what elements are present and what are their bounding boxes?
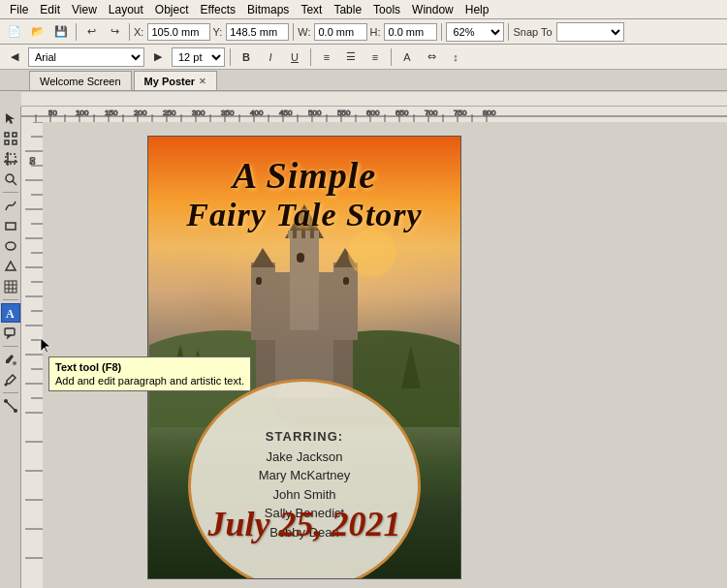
new-button[interactable]: 📄	[4, 21, 25, 43]
freehand-tool-btn[interactable]	[1, 196, 20, 215]
line-spacing-btn[interactable]: ↕	[445, 46, 466, 68]
bold-button[interactable]: B	[236, 46, 257, 68]
tab-poster-close[interactable]: ✕	[199, 77, 206, 86]
undo-button[interactable]: ↩	[80, 21, 102, 43]
starring-label: STARRING:	[266, 429, 343, 444]
svg-rect-4	[5, 140, 9, 144]
menu-file[interactable]: File	[4, 1, 34, 18]
toolbar2: ◀ Arial ▶ 12 pt B I U ≡ ☰ ≡ A ⇔ ↕	[0, 45, 727, 70]
tab-welcome-label: Welcome Screen	[40, 76, 121, 87]
sep5	[508, 23, 509, 41]
canvas-area[interactable]: 50 100 150 200 250 300 350 400 450 500 5…	[21, 107, 727, 588]
menu-bitmaps[interactable]: Bitmaps	[241, 1, 295, 18]
tab-bar: Welcome Screen My Poster ✕	[0, 70, 727, 91]
svg-rect-2	[5, 133, 9, 137]
select-tool-btn[interactable]	[1, 108, 20, 128]
sep1	[76, 23, 77, 41]
snap-to-select[interactable]	[556, 22, 624, 42]
svg-point-9	[6, 174, 14, 182]
italic-button[interactable]: I	[260, 46, 281, 68]
align-left-btn[interactable]: ≡	[316, 46, 337, 68]
svg-rect-3	[13, 133, 16, 137]
svg-text:500: 500	[308, 108, 322, 117]
svg-line-23	[6, 401, 16, 411]
svg-point-24	[4, 399, 8, 403]
menu-object[interactable]: Object	[149, 1, 195, 18]
menu-bar: File Edit View Layout Object Effects Bit…	[0, 0, 727, 19]
menu-view[interactable]: View	[66, 1, 103, 18]
sep7	[310, 48, 311, 66]
tab-my-poster[interactable]: My Poster ✕	[134, 71, 218, 90]
rectangle-tool-btn[interactable]	[1, 216, 20, 235]
svg-point-22	[4, 384, 7, 387]
svg-text:100: 100	[76, 108, 89, 117]
poster-wrapper[interactable]: A Simple Fairy Tale Story STARRING: Jake…	[147, 136, 461, 579]
h-input[interactable]	[384, 23, 437, 41]
ellipse-tool-btn[interactable]	[1, 236, 20, 256]
menu-table[interactable]: Table	[328, 1, 367, 18]
cast-member-3: John Smith	[272, 485, 335, 505]
oval-bg: STARRING: Jake Jackson Mary McKartney Jo…	[188, 379, 421, 579]
menu-effects[interactable]: Effects	[195, 1, 241, 18]
font-next-btn[interactable]: ▶	[147, 46, 169, 68]
underline-button[interactable]: U	[284, 46, 305, 68]
redo-button[interactable]: ↪	[104, 21, 125, 43]
node-tool-btn[interactable]	[1, 129, 20, 148]
svg-point-12	[6, 242, 16, 250]
open-button[interactable]: 📂	[27, 21, 48, 43]
svg-text:50: 50	[48, 108, 57, 117]
tab-welcome-screen[interactable]: Welcome Screen	[29, 71, 132, 90]
align-right-btn[interactable]: ≡	[364, 46, 386, 68]
y-input[interactable]	[226, 23, 289, 41]
svg-text:750: 750	[454, 108, 467, 117]
svg-rect-11	[6, 223, 16, 230]
svg-text:650: 650	[395, 108, 409, 117]
sep6	[230, 48, 231, 66]
save-button[interactable]: 💾	[50, 21, 72, 43]
w-input[interactable]	[314, 23, 367, 41]
zoom-select[interactable]: 62%	[446, 22, 504, 42]
polygon-tool-btn[interactable]	[1, 257, 20, 276]
menu-window[interactable]: Window	[406, 1, 459, 18]
svg-rect-111	[251, 263, 275, 340]
sep4	[441, 23, 442, 41]
ruler-v-svg: 50 100	[21, 122, 43, 588]
eyedropper-tool-btn[interactable]	[1, 370, 20, 389]
font-family-select[interactable]: Arial	[28, 47, 144, 67]
font-size-select[interactable]: 12 pt	[172, 47, 225, 67]
cast-member-2: Mary McKartney	[259, 466, 351, 485]
menu-layout[interactable]: Layout	[103, 1, 149, 18]
svg-text:50: 50	[29, 157, 36, 165]
svg-rect-20	[5, 328, 15, 335]
svg-marker-13	[6, 262, 16, 270]
svg-text:200: 200	[134, 108, 147, 117]
callout-tool-btn[interactable]	[1, 324, 20, 343]
align-center-btn[interactable]: ☰	[340, 46, 362, 68]
svg-text:300: 300	[192, 108, 205, 117]
font-prev-btn[interactable]: ◀	[4, 46, 25, 68]
menu-help[interactable]: Help	[459, 1, 495, 18]
svg-rect-76	[21, 122, 43, 588]
zoom-tool-btn[interactable]	[1, 170, 20, 189]
svg-text:A: A	[6, 307, 15, 320]
svg-text:550: 550	[337, 108, 351, 117]
text-tool-btn[interactable]: A	[1, 303, 20, 323]
svg-rect-14	[5, 281, 16, 293]
table-tool-btn[interactable]	[1, 277, 20, 296]
connector-tool-btn[interactable]	[1, 396, 20, 416]
char-spacing-btn[interactable]: ⇔	[421, 46, 442, 68]
menu-tools[interactable]: Tools	[367, 1, 406, 18]
text-color-btn[interactable]: A	[396, 46, 418, 68]
x-input[interactable]	[147, 23, 210, 41]
fill-tool-btn[interactable]	[1, 350, 20, 369]
svg-text:700: 700	[425, 108, 438, 117]
crop-tool-btn[interactable]	[1, 149, 20, 169]
poster-date: July 25, 2021	[148, 504, 460, 544]
menu-edit[interactable]: Edit	[34, 1, 66, 18]
w-label: W:	[298, 26, 310, 38]
menu-text[interactable]: Text	[295, 1, 328, 18]
svg-text:250: 250	[163, 108, 176, 117]
svg-point-21	[13, 361, 16, 365]
poster-title-line2: Fairy Tale Story	[158, 197, 451, 232]
svg-point-25	[14, 409, 17, 413]
